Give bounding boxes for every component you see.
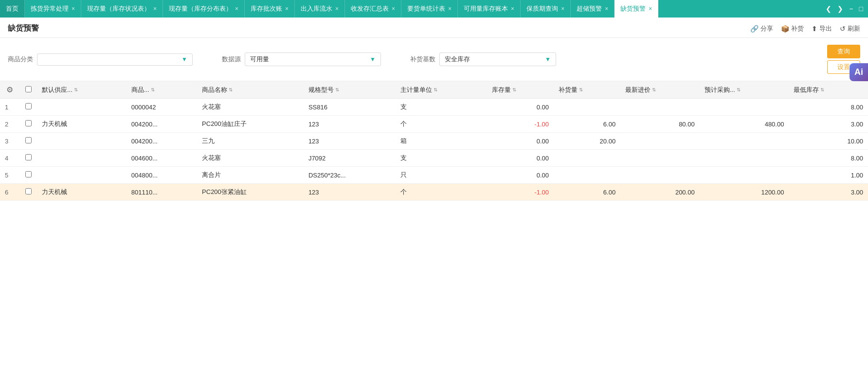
row-stock-qty: 0.00	[487, 150, 554, 167]
sort-default-supplier[interactable]: 默认供应... ⇅	[42, 86, 78, 94]
sort-icon-est: ⇅	[737, 87, 741, 92]
tab-minimize[interactable]: −	[846, 0, 856, 18]
sort-icon-unit: ⇅	[434, 87, 437, 92]
row-unit: 个	[396, 184, 487, 201]
tab-close-requisition[interactable]: ×	[448, 5, 452, 12]
query-button[interactable]: 查询	[827, 45, 860, 58]
row-checkbox[interactable]	[25, 137, 32, 143]
sort-replenish-qty[interactable]: 补货量 ⇅	[559, 86, 583, 94]
row-checkbox[interactable]	[25, 120, 32, 126]
sort-icon-replenish: ⇅	[579, 87, 583, 92]
row-product-name: 火花塞	[197, 99, 304, 116]
datasource-dropdown-icon: ▼	[370, 56, 376, 63]
sort-latest-price[interactable]: 最新进价 ⇅	[625, 86, 656, 94]
row-product-name: PC200油缸庄子	[197, 116, 304, 133]
export-button[interactable]: ⬆ 导出	[812, 24, 832, 33]
gear-icon[interactable]: ⚙	[6, 86, 13, 94]
row-unit: 个	[396, 116, 487, 133]
sort-spec[interactable]: 规格型号 ⇅	[308, 86, 339, 94]
row-latest-price	[620, 133, 700, 150]
sort-stock-qty[interactable]: 库存量 ⇅	[492, 86, 516, 94]
tab-summary[interactable]: 收发存汇总表 ×	[345, 0, 401, 18]
tab-picking[interactable]: 拣货异常处理 ×	[25, 0, 81, 18]
row-min-stock: 3.00	[789, 184, 868, 201]
tab-nav-right[interactable]: ❯	[834, 0, 846, 18]
tab-close-overstock[interactable]: ×	[605, 5, 608, 12]
tab-inventory-status[interactable]: 现存量（库存状况表） ×	[81, 0, 163, 18]
replenish-basis-dropdown-icon: ▼	[545, 56, 551, 63]
row-latest-price: 200.00	[620, 184, 700, 201]
tab-close-shortage[interactable]: ×	[649, 5, 652, 12]
tab-batch[interactable]: 库存批次账 ×	[245, 0, 295, 18]
datasource-select[interactable]: 可用量 ▼	[245, 53, 381, 66]
col-replenish-qty: 补货量 ⇅	[554, 81, 620, 99]
tab-close-inventory-dist[interactable]: ×	[235, 5, 238, 12]
tab-inout[interactable]: 出入库流水 ×	[295, 0, 345, 18]
table-wrapper: ⚙ 默认供应... ⇅ 商品... ⇅	[0, 81, 868, 201]
tab-home[interactable]: 首页	[0, 0, 25, 18]
row-supplier: 力天机械	[37, 116, 127, 133]
row-product-code: 004200...	[127, 116, 197, 133]
sort-icon-code: ⇅	[151, 87, 155, 92]
share-icon: 🔗	[750, 25, 759, 33]
row-number: 4	[0, 150, 19, 167]
datasource-filter-group: 数据源 可用量 ▼	[222, 53, 381, 66]
tab-close-batch[interactable]: ×	[285, 5, 289, 12]
tab-available[interactable]: 可用量库存账本 ×	[458, 0, 521, 18]
tab-close-inout[interactable]: ×	[335, 5, 339, 12]
row-checkbox[interactable]	[25, 154, 32, 160]
row-number: 3	[0, 133, 19, 150]
row-unit: 箱	[396, 133, 487, 150]
sort-product-code[interactable]: 商品... ⇅	[131, 86, 155, 94]
row-min-stock: 8.00	[789, 99, 868, 116]
tab-close-inventory-status[interactable]: ×	[153, 5, 157, 12]
ai-badge[interactable]: Ai	[850, 63, 868, 81]
row-spec: 123	[304, 184, 396, 201]
replenish-basis-label: 补货基数	[410, 55, 435, 64]
table-row: 2 力天机械 004200... PC200油缸庄子 123 个 -1.00 6…	[0, 116, 868, 133]
row-stock-qty: 0.00	[487, 167, 554, 184]
tab-bar: 首页 拣货异常处理 × 现存量（库存状况表） × 现存量（库存分布表） × 库存…	[0, 0, 868, 18]
row-product-name: PC200张紧油缸	[197, 184, 304, 201]
row-number: 5	[0, 167, 19, 184]
sort-unit[interactable]: 主计量单位 ⇅	[400, 86, 437, 94]
row-min-stock: 1.00	[789, 167, 868, 184]
replenish-icon: 📦	[781, 25, 789, 33]
sort-icon-supplier: ⇅	[74, 87, 78, 92]
tab-close-summary[interactable]: ×	[392, 5, 395, 12]
row-checkbox-cell	[19, 99, 37, 116]
category-select[interactable]: ▼	[37, 53, 193, 66]
row-checkbox[interactable]	[25, 188, 32, 194]
tab-overstock[interactable]: 超储预警 ×	[571, 0, 615, 18]
tab-maximize[interactable]: □	[856, 0, 866, 18]
row-est-purchase	[700, 167, 789, 184]
tab-expiry[interactable]: 保质期查询 ×	[521, 0, 571, 18]
table-row: 4 004600... 火花塞 J7092 支 0.00 8.00	[0, 150, 868, 167]
refresh-button[interactable]: ↺ 刷新	[840, 24, 860, 33]
row-checkbox[interactable]	[25, 171, 32, 177]
replenish-basis-select[interactable]: 安全库存 ▼	[439, 53, 556, 66]
tab-close-expiry[interactable]: ×	[561, 5, 564, 12]
share-button[interactable]: 🔗 分享	[750, 24, 773, 33]
datasource-label: 数据源	[222, 55, 241, 64]
category-dropdown-icon: ▼	[181, 56, 187, 63]
tab-close-picking[interactable]: ×	[72, 5, 75, 12]
table-row: 1 0000042 火花塞 SS816 支 0.00 8.00	[0, 99, 868, 116]
tab-close-available[interactable]: ×	[511, 5, 514, 12]
replenish-button[interactable]: 📦 补货	[781, 24, 804, 33]
row-product-name: 三九	[197, 133, 304, 150]
row-checkbox[interactable]	[25, 103, 32, 109]
select-all-checkbox[interactable]	[25, 86, 32, 92]
tab-requisition[interactable]: 要货单统计表 ×	[401, 0, 458, 18]
tab-shortage[interactable]: 缺货预警 ×	[615, 0, 658, 18]
sort-product-name[interactable]: 商品名称 ⇅	[202, 86, 233, 94]
row-est-purchase: 480.00	[700, 116, 789, 133]
row-spec: SS816	[304, 99, 396, 116]
row-replenish-qty: 20.00	[554, 133, 620, 150]
tab-inventory-dist[interactable]: 现存量（库存分布表） ×	[163, 0, 245, 18]
row-supplier	[37, 99, 127, 116]
row-checkbox-cell	[19, 184, 37, 201]
tab-nav-left[interactable]: ❮	[823, 0, 834, 18]
sort-min-stock[interactable]: 最低库存 ⇅	[794, 86, 824, 94]
sort-est-purchase[interactable]: 预计采购... ⇅	[705, 86, 741, 94]
